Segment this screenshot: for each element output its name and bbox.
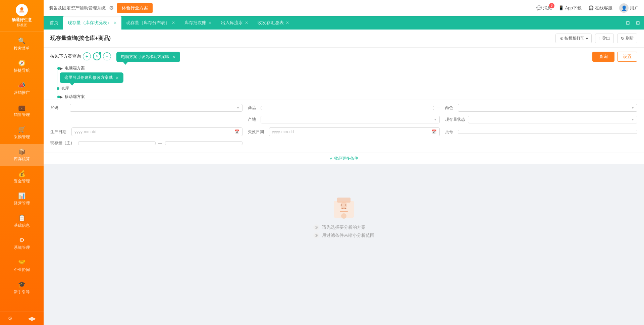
tooltip-create-close-icon[interactable]: ✕ <box>115 75 119 80</box>
collapse-sidebar-icon[interactable]: ◀▶ <box>28 315 36 322</box>
topbar-gear-icon[interactable]: ⚙ <box>109 5 114 11</box>
sidebar-item-marketing[interactable]: 📣 营销推广 <box>0 77 44 100</box>
size-select[interactable]: ▾ <box>70 104 243 112</box>
color-select[interactable]: ▾ <box>458 104 637 112</box>
tabbar-actions: ⊟ ⊞ <box>623 19 643 27</box>
settings-button[interactable]: 设置 <box>617 52 637 62</box>
stock-main-max-input[interactable] <box>165 141 243 145</box>
sidebar-item-enterprise[interactable]: 🤝 企业协同 <box>0 255 44 277</box>
empty-field-3 <box>445 140 637 146</box>
production-date-field: 生产日期 yyyy-mm-dd 📅 <box>50 127 243 136</box>
sidebar-item-label: 新手引导 <box>14 289 30 295</box>
batch-input[interactable] <box>458 130 637 134</box>
stock-main-label: 现存量（主） <box>50 140 75 146</box>
sidebar-item-finance[interactable]: 💰 资金管理 <box>0 166 44 188</box>
sidebar-item-basic[interactable]: 📋 基础信息 <box>0 210 44 232</box>
empty-illustration <box>327 191 361 224</box>
stock-main-min-input[interactable] <box>78 141 156 145</box>
main-content: 现存量查询(按仓库+商品) 🖨 按模板打印 ▾ ↑ 导出 ↻ 刷新 按以下方案查… <box>44 30 644 325</box>
trial-button[interactable]: 体验行业方案 <box>117 3 153 13</box>
sidebar-item-sales[interactable]: 💼 销售管理 <box>0 100 44 122</box>
sidebar-item-search[interactable]: 🔍 搜索菜单 <box>0 33 44 55</box>
user-item[interactable]: 👤 用户 <box>619 3 639 13</box>
add-scheme-icon[interactable]: + <box>83 52 91 60</box>
export-button[interactable]: ↑ 导出 <box>595 34 614 43</box>
color-field: 颜色 ▾ <box>445 104 637 112</box>
empty-tip-2: ② 用过滤条件来缩小分析范围 <box>313 232 374 238</box>
edit-scheme-icon[interactable]: ✎ <box>93 52 101 60</box>
stock-range-separator: — <box>158 141 162 146</box>
tab-stock-dist[interactable]: 现存量（库存分布表） ✕ <box>121 16 180 30</box>
app-download-item[interactable]: 📱 App下载 <box>558 5 582 11</box>
svg-point-6 <box>340 202 347 209</box>
sidebar-item-label: 快捷导航 <box>14 68 30 73</box>
tab-summary-close[interactable]: ✕ <box>286 20 289 25</box>
cart-icon: 🛒 <box>18 126 25 133</box>
goods-dots-icon[interactable]: ··· <box>437 104 440 111</box>
collapse-button[interactable]: ∧ 收起更多条件 <box>44 153 644 164</box>
tab-maximize-icon[interactable]: ⊞ <box>633 19 643 27</box>
warehouse-label-prefix: 仓库 <box>61 86 69 91</box>
money-icon: 💰 <box>18 170 25 177</box>
refresh-button[interactable]: ↻ 刷新 <box>617 34 637 43</box>
sidebar-item-label: 经营管理 <box>14 201 30 206</box>
origin-select[interactable]: ▾ <box>261 116 440 123</box>
filter-row-2: 产地 ▾ 现存量状态 ▾ <box>50 116 637 123</box>
tip-text-1: 请先选择要分析的方案 <box>322 224 366 230</box>
tab-flow-close[interactable]: ✕ <box>245 20 248 25</box>
tab-batch-close[interactable]: ✕ <box>208 20 212 25</box>
goods-label: 商品 <box>248 105 258 111</box>
stock-status-select[interactable]: ▾ <box>468 116 637 123</box>
logo-area: 畅通好生意 标准版 <box>0 0 44 32</box>
sidebar-item-label: 资金管理 <box>14 178 30 184</box>
print-dropdown-icon: ▾ <box>586 36 588 41</box>
stock-status-field: 现存量状态 ▾ <box>445 116 637 123</box>
page-header: 现存量查询(按仓库+商品) 🖨 按模板打印 ▾ ↑ 导出 ↻ 刷新 <box>44 30 644 48</box>
goods-input[interactable] <box>261 106 434 110</box>
online-support-item[interactable]: 🎧 在线客服 <box>588 5 612 11</box>
expiry-date-input[interactable]: yyyy-mm-dd 📅 <box>269 127 440 136</box>
tab-flow-label: 出入库流水 <box>221 20 243 26</box>
graduate-icon: 🎓 <box>18 281 25 288</box>
tab-flow[interactable]: 出入库流水 ✕ <box>216 16 253 30</box>
tooltip-create-scheme-container: 这里可以创建和修改方案哦 ✕ <box>55 72 637 83</box>
sidebar-item-management[interactable]: 📊 经营管理 <box>0 188 44 210</box>
system-title: 装备及固定资产辅助管理系统 <box>49 5 106 11</box>
sidebar-item-system[interactable]: ⚙ 系统管理 <box>0 232 44 255</box>
tooltip-close-icon[interactable]: ✕ <box>172 55 175 59</box>
message-item[interactable]: 💬 消息 6 <box>536 5 552 11</box>
settings-bottom-icon[interactable]: ⚙ <box>8 315 12 322</box>
app-download-label: App下载 <box>565 5 582 11</box>
tip-num-2: ② <box>313 232 319 238</box>
tab-stock-dist-close[interactable]: ✕ <box>172 20 175 25</box>
sidebar-item-inventory[interactable]: 📦 库存核算 <box>0 144 44 166</box>
phone-icon: 📱 <box>558 5 564 10</box>
tab-home[interactable]: 首页 <box>45 16 63 30</box>
arrow-left-icon[interactable]: ← <box>103 52 111 60</box>
sidebar: 畅通好生意 标准版 🔍 搜索菜单 🧭 快捷导航 📣 营销推广 💼 销售管理 🛒 … <box>0 0 44 325</box>
search-button[interactable]: 查询 <box>592 52 614 62</box>
origin-label: 产地 <box>248 117 258 122</box>
tab-stock-status-close[interactable]: ✕ <box>113 20 117 25</box>
print-button[interactable]: 🖨 按模板打印 ▾ <box>555 34 592 43</box>
sidebar-item-label: 采购管理 <box>14 134 30 140</box>
production-date-input[interactable]: yyyy-mm-dd 📅 <box>71 127 243 136</box>
export-icon: ↑ <box>599 36 601 41</box>
tab-batch[interactable]: 库存批次账 ✕ <box>180 16 216 30</box>
message-icon: 💬 <box>536 5 542 10</box>
sidebar-item-label: 基础信息 <box>14 223 30 228</box>
sidebar-item-guide[interactable]: 🎓 新手引导 <box>0 277 44 299</box>
tab-summary[interactable]: 收发存汇总表 ✕ <box>253 16 294 30</box>
tab-minimize-icon[interactable]: ⊟ <box>623 19 633 27</box>
tab-stock-status[interactable]: 现存量（库存状况表） ✕ <box>63 16 121 30</box>
sidebar-item-nav[interactable]: 🧭 快捷导航 <box>0 55 44 77</box>
svg-point-0 <box>20 7 23 10</box>
collapse-label: 收起更多条件 <box>334 156 358 161</box>
production-date-placeholder: yyyy-mm-dd <box>74 129 96 134</box>
stock-status-label: 现存量状态 <box>445 117 465 122</box>
sidebar-item-label: 营销推广 <box>14 90 30 96</box>
tooltip-mobile-scheme: 电脑方案可设为移动方案哦 ✕ <box>116 52 180 62</box>
logo-badge: 标准版 <box>17 23 27 28</box>
tip-num-1: ① <box>313 224 319 230</box>
sidebar-item-purchase[interactable]: 🛒 采购管理 <box>0 122 44 144</box>
